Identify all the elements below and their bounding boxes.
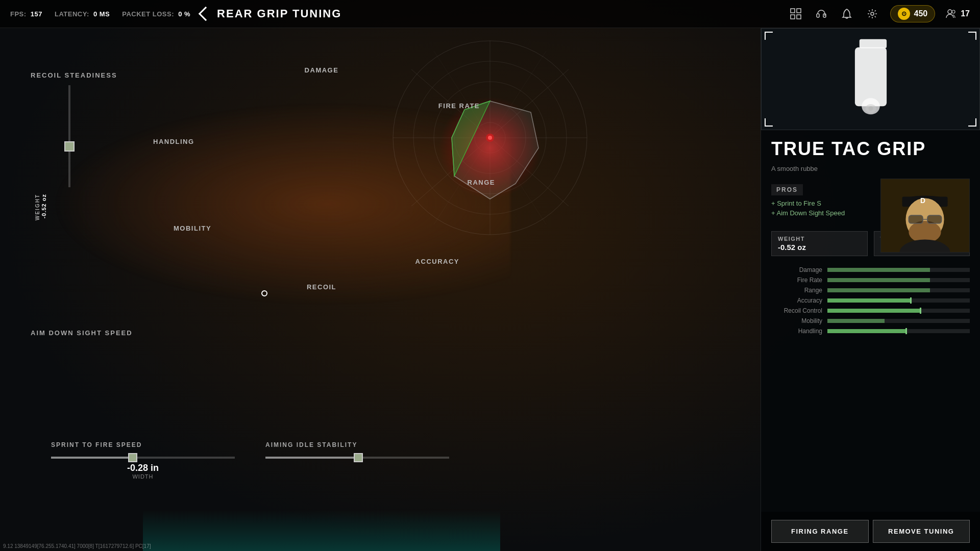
stat-row: Recoil Control	[771, 307, 970, 314]
corner-tr	[968, 32, 976, 40]
svg-point-8	[952, 10, 955, 13]
grid-icon[interactable]	[788, 6, 803, 21]
fire-rate-label: FIRE RATE	[438, 102, 480, 110]
svg-text:D: D	[920, 196, 925, 205]
attachment-name: TRUE TAC GRIP	[761, 130, 980, 164]
attachment-image	[838, 38, 904, 120]
svg-rect-25	[859, 39, 886, 48]
svg-point-7	[948, 10, 952, 14]
packet-loss-label: PACKET LOSS:	[122, 10, 174, 18]
weight-vertical-label: WEIGHT	[35, 194, 40, 220]
sprint-slider-value: -0.28 in	[51, 463, 235, 473]
stat-row: Handling	[771, 328, 970, 335]
debug-coords: 9.12 13849149[76.255.1740.41] 7000[8] T[…	[0, 542, 154, 550]
stat-bar-fill	[827, 298, 910, 303]
svg-rect-26	[854, 47, 886, 107]
radar-labels-container: DAMAGE FIRE RATE RANGE ACCURACY RECOIL M…	[143, 61, 500, 316]
stat-name: Handling	[771, 328, 822, 335]
stat-bar-fill	[827, 319, 885, 323]
remove-tuning-button[interactable]: REMOVE TUNING	[873, 520, 970, 543]
page-title: REAR GRIP TUNING	[217, 7, 341, 20]
stat-name: Fire Rate	[771, 277, 822, 284]
fps-label: FPS:	[10, 10, 27, 18]
headphones-icon[interactable]	[814, 6, 829, 21]
stat-name: Mobility	[771, 317, 822, 324]
sprint-slider-group: SPRINT TO FIRE SPEED -0.28 in WIDTH	[51, 441, 235, 480]
range-label: RANGE	[468, 179, 495, 186]
aiming-slider-thumb[interactable]	[354, 453, 363, 462]
stat-name: Accuracy	[771, 297, 822, 304]
aiming-slider-title: AIMING IDLE STABILITY	[265, 441, 449, 448]
gear-icon[interactable]	[865, 6, 880, 21]
cam-svg: D	[881, 179, 969, 253]
latency-label: LATENCY:	[55, 10, 89, 18]
bottom-buttons: FIRING RANGE REMOVE TUNING	[761, 512, 980, 551]
stat-bar-track	[827, 309, 970, 313]
stat-bar-fill	[827, 268, 930, 272]
corner-bl	[765, 118, 773, 127]
svg-rect-2	[791, 15, 795, 19]
hud-right: ⊙ 450 17	[788, 5, 970, 22]
weight-tuning-box: WEIGHT -0.52 oz	[771, 231, 868, 256]
weight-tuning-value: -0.52 oz	[778, 243, 861, 252]
stat-bar-track	[827, 319, 970, 323]
stat-bar-track	[827, 278, 970, 282]
cam-face: D	[881, 179, 969, 252]
stat-bar-track	[827, 329, 970, 333]
accuracy-label: ACCURACY	[415, 258, 459, 265]
stat-bar-track	[827, 288, 970, 292]
corner-tl	[765, 32, 773, 40]
latency-stat: LATENCY: 0 MS	[55, 10, 110, 18]
stat-row: Damage	[771, 266, 970, 273]
stat-bar-marker	[910, 297, 912, 304]
stat-name: Range	[771, 287, 822, 294]
back-arrow-icon	[199, 7, 213, 21]
svg-rect-1	[797, 9, 801, 13]
currency-amount: 450	[914, 9, 928, 18]
stat-bar-fill	[827, 329, 905, 333]
hud-stats: FPS: 157 LATENCY: 0 MS PACKET LOSS: 0 %	[10, 10, 190, 18]
stat-bar-fill	[827, 309, 920, 313]
stat-bars: DamageFire RateRangeAccuracyRecoil Contr…	[761, 264, 980, 346]
firing-range-button[interactable]: FIRING RANGE	[771, 520, 869, 543]
aiming-slider-track[interactable]	[265, 457, 449, 459]
fps-stat: FPS: 157	[10, 10, 42, 18]
stat-bar-track	[827, 298, 970, 303]
weight-vertical-value: -0.52 oz	[41, 194, 47, 218]
svg-point-6	[871, 12, 874, 15]
radar-glow	[143, 510, 500, 551]
stat-bar-fill	[827, 278, 930, 282]
stat-row: Range	[771, 287, 970, 294]
stat-row: Fire Rate	[771, 277, 970, 284]
right-panel: D TRUE TAC GRIP A smooth rubbe PROS + Sp…	[761, 28, 980, 551]
sprint-slider-thumb[interactable]	[128, 453, 137, 462]
bell-icon[interactable]	[839, 6, 854, 21]
hud-bar: FPS: 157 LATENCY: 0 MS PACKET LOSS: 0 % …	[0, 0, 980, 28]
svg-point-29	[868, 106, 873, 111]
attachment-image-area	[761, 28, 980, 130]
stat-name: Damage	[771, 266, 822, 273]
back-button[interactable]: REAR GRIP TUNING	[201, 7, 341, 20]
pros-title: PROS	[771, 184, 803, 195]
recoil-steadiness-title: RECOIL STEADINESS	[31, 71, 122, 79]
recoil-slider-container[interactable]	[66, 85, 72, 187]
stat-row: Mobility	[771, 317, 970, 324]
stat-bar-fill	[827, 288, 930, 292]
players-number: 17	[961, 9, 970, 18]
currency-icon: ⊙	[898, 8, 910, 20]
fps-value: 157	[31, 10, 42, 18]
sprint-slider-track[interactable]	[51, 457, 235, 459]
stat-row: Accuracy	[771, 297, 970, 304]
svg-rect-0	[791, 9, 795, 13]
svg-rect-4	[817, 14, 819, 17]
ads-label: AIM DOWN SIGHT SPEED	[31, 329, 133, 337]
bottom-sliders: SPRINT TO FIRE SPEED -0.28 in WIDTH AIMI…	[51, 441, 449, 480]
streamer-cam: D	[880, 179, 970, 253]
attachment-desc: A smooth rubbe	[761, 164, 980, 180]
stat-name: Recoil Control	[771, 307, 822, 314]
svg-rect-36	[927, 215, 942, 223]
packet-loss-stat: PACKET LOSS: 0 %	[122, 10, 190, 18]
recoil-label: RECOIL	[307, 283, 336, 291]
recoil-slider-thumb[interactable]	[64, 141, 75, 152]
mobility-label: MOBILITY	[174, 224, 211, 232]
